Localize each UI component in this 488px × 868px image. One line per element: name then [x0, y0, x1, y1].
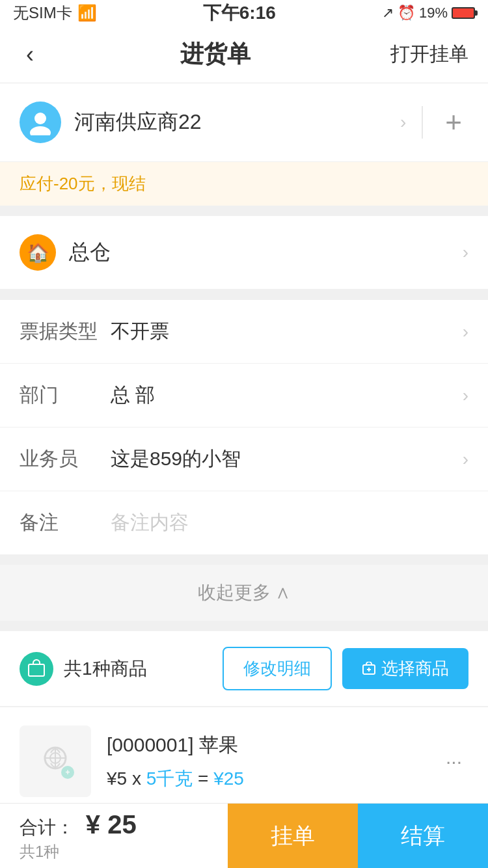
total-label: 合计：: [20, 817, 74, 837]
price-equals: =: [198, 768, 213, 789]
status-time: 下午6:16: [203, 1, 276, 25]
invoice-chevron-icon: ›: [463, 321, 468, 342]
warehouse-chevron-icon: ›: [463, 242, 468, 263]
price-qty: 5千克: [146, 768, 193, 789]
sales-row[interactable]: 业务员 这是859的小智 ›: [0, 427, 488, 491]
product-more-button[interactable]: ···: [439, 744, 468, 779]
product-item: + [0000001] 苹果 ¥5 x 5千克 = ¥25 ···: [0, 707, 488, 815]
product-thumbnail: +: [20, 726, 91, 797]
invoice-label: 票据类型: [20, 318, 104, 345]
svg-text:+: +: [65, 768, 70, 777]
supplier-avatar: [20, 102, 61, 143]
products-count: 共1种商品: [64, 657, 223, 681]
open-hang-button[interactable]: 打开挂单: [390, 41, 468, 68]
notice-text: 应付-20元，现结: [20, 174, 146, 193]
form-section: 票据类型 不开票 › 部门 总 部 › 业务员 这是859的小智 › 备注 备注…: [0, 299, 488, 554]
total-sub: 共1种: [20, 841, 208, 862]
warehouse-row[interactable]: 🏠 总仓 ›: [0, 216, 488, 289]
status-left: 无SIM卡 📶: [13, 3, 97, 23]
svg-rect-2: [29, 664, 44, 676]
total-amount: ¥ 25: [86, 810, 137, 839]
page-title: 进货单: [180, 38, 251, 70]
footer-total: 合计： ¥ 25 共1种: [0, 810, 228, 862]
hang-button[interactable]: 挂单: [228, 804, 358, 869]
nav-bar: ‹ 进货单 打开挂单: [0, 26, 488, 83]
remark-row[interactable]: 备注 备注内容: [0, 491, 488, 554]
price-total: ¥25: [213, 768, 244, 789]
alarm-icon: ⏰: [398, 5, 415, 21]
wifi-icon: 📶: [77, 4, 97, 22]
svg-point-0: [34, 113, 46, 124]
supplier-chevron-icon: ›: [400, 112, 406, 133]
warehouse-section: 🏠 总仓 ›: [0, 216, 488, 289]
invoice-row[interactable]: 票据类型 不开票 ›: [0, 299, 488, 363]
products-header: 共1种商品 修改明细 选择商品: [0, 631, 488, 707]
edit-detail-button[interactable]: 修改明细: [223, 647, 332, 690]
supplier-row[interactable]: 河南供应商22 › +: [0, 83, 488, 162]
remark-label: 备注: [20, 509, 104, 536]
select-product-button[interactable]: 选择商品: [342, 648, 468, 689]
settle-label: 结算: [401, 821, 445, 851]
dept-chevron-icon: ›: [463, 385, 468, 406]
hang-label: 挂单: [271, 821, 315, 851]
dept-row[interactable]: 部门 总 部 ›: [0, 363, 488, 427]
back-button[interactable]: ‹: [20, 34, 40, 75]
battery-text: 19%: [419, 5, 448, 21]
notice-bar: 应付-20元，现结: [0, 162, 488, 206]
collapse-label: 收起更多 ∧: [198, 582, 291, 603]
no-sim-text: 无SIM卡: [13, 3, 72, 23]
sales-label: 业务员: [20, 446, 104, 472]
supplier-name: 河南供应商22: [74, 108, 394, 137]
add-supplier-button[interactable]: +: [439, 106, 468, 139]
dept-label: 部门: [20, 382, 104, 409]
location-icon: ↗: [382, 5, 394, 21]
svg-point-1: [30, 126, 51, 135]
products-icon: [20, 652, 53, 686]
product-price: ¥5 x 5千克 = ¥25: [107, 766, 439, 791]
status-bar: 无SIM卡 📶 下午6:16 ↗ ⏰ 19%: [0, 0, 488, 26]
invoice-value: 不开票: [104, 318, 456, 345]
warehouse-name: 总仓: [69, 238, 456, 267]
remark-input[interactable]: 备注内容: [104, 509, 468, 536]
collapse-button[interactable]: 收起更多 ∧: [0, 565, 488, 621]
settle-button[interactable]: 结算: [358, 804, 488, 869]
price-multiply: x: [132, 768, 146, 789]
sales-chevron-icon: ›: [463, 449, 468, 470]
warehouse-icon: 🏠: [20, 234, 56, 271]
divider: [422, 106, 423, 139]
battery-icon: [452, 7, 475, 19]
dept-value: 总 部: [104, 382, 456, 409]
select-product-label: 选择商品: [381, 657, 449, 680]
status-right: ↗ ⏰ 19%: [382, 5, 475, 21]
products-section: 共1种商品 修改明细 选择商品 +: [0, 631, 488, 815]
price-unit: ¥5: [107, 768, 127, 789]
product-info: [0000001] 苹果 ¥5 x 5千克 = ¥25: [107, 732, 439, 791]
sales-value: 这是859的小智: [104, 446, 456, 472]
product-name: [0000001] 苹果: [107, 732, 439, 759]
supplier-section: 河南供应商22 › + 应付-20元，现结: [0, 83, 488, 206]
footer: 合计： ¥ 25 共1种 挂单 结算: [0, 803, 488, 868]
